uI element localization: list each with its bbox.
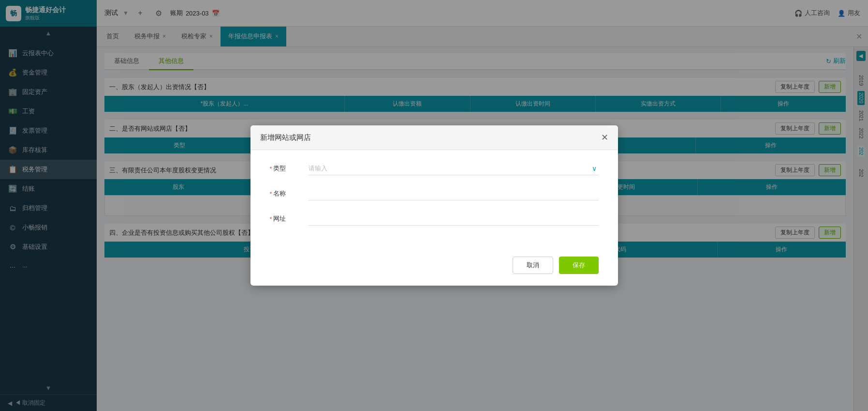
form-row-url: * 网址 [270, 212, 599, 226]
form-row-type: * 类型 ∨ [270, 162, 599, 175]
type-field: ∨ [309, 162, 599, 175]
dialog-close-button[interactable]: ✕ [601, 132, 608, 143]
url-input[interactable] [309, 212, 599, 226]
type-input[interactable] [309, 162, 599, 175]
dialog-body: * 类型 ∨ * 名称 [250, 150, 618, 249]
dialog-title: 新增网站或网店 [260, 133, 311, 142]
cancel-button[interactable]: 取消 [513, 257, 553, 274]
url-field [309, 212, 599, 226]
form-row-name: * 名称 [270, 187, 599, 200]
dialog-overlay: 新增网站或网店 ✕ * 类型 ∨ * 名称 [0, 0, 868, 411]
type-label: * 类型 [270, 164, 299, 173]
required-marker: * [270, 215, 272, 223]
name-label: * 名称 [270, 189, 299, 198]
url-label: * 网址 [270, 214, 299, 223]
required-marker: * [270, 190, 272, 198]
dialog-header: 新增网站或网店 ✕ [250, 125, 618, 150]
dialog-footer: 取消 保存 [250, 249, 618, 286]
name-field [309, 187, 599, 200]
name-input[interactable] [309, 187, 599, 200]
required-marker: * [270, 165, 272, 172]
save-button[interactable]: 保存 [559, 257, 599, 274]
add-website-dialog: 新增网站或网店 ✕ * 类型 ∨ * 名称 [250, 125, 618, 286]
